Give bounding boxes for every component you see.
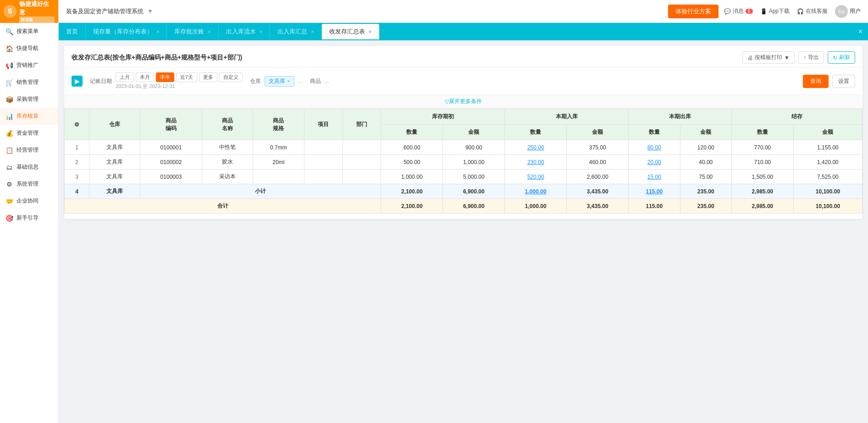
footer-closing-qty: 2,985.00 — [731, 199, 793, 214]
inventory-icon: 📊 — [6, 113, 13, 120]
row-opening-qty: 1,000.00 — [381, 170, 443, 184]
system-title: 装备及固定资产辅助管理系统 — [66, 7, 144, 16]
logo-icon: 6 — [4, 5, 17, 18]
date-btn-custom[interactable]: 自定义 — [219, 72, 243, 82]
marketing-icon: 📢 — [6, 62, 13, 69]
tab-bar-close-btn[interactable]: × — [853, 24, 868, 39]
row-project — [304, 155, 343, 170]
row-out-qty[interactable]: 20.00 — [629, 155, 680, 170]
experience-btn[interactable]: 体验行业方案 — [668, 5, 719, 18]
tab-close-inout-summary[interactable]: × — [311, 29, 314, 34]
th-settings[interactable]: ⚙ — [65, 109, 89, 140]
tab-stock-dist[interactable]: 现存量（库存分布表） × — [86, 24, 167, 39]
footer-opening-amt: 6,900.00 — [443, 199, 505, 214]
row-opening-qty: 600.00 — [381, 140, 443, 155]
row-out-qty[interactable]: 15.00 — [629, 170, 680, 184]
warehouse-tag-remove[interactable]: × — [287, 78, 290, 84]
goods-filter-label: 商品 — [310, 77, 321, 85]
sidebar-item-quick-nav[interactable]: 🏠 快捷导航 — [0, 40, 58, 57]
warehouse-more[interactable]: ... — [298, 78, 303, 84]
sidebar-logo: 6 畅捷通好生意 标准版 — [0, 0, 58, 23]
subtotal-warehouse: 文具库 — [89, 184, 140, 199]
sidebar-item-cooperation[interactable]: 🤝 企业协同 — [0, 192, 58, 209]
th-goods-name: 商品名称 — [202, 109, 253, 140]
expand-more-row[interactable]: ▽ 展开更多条件 — [64, 94, 862, 109]
th-dept: 部门 — [343, 109, 381, 140]
message-action[interactable]: 💬 消息 6 — [724, 7, 753, 15]
subtotal-opening-amt: 6,900.00 — [443, 184, 505, 199]
warehouse-filter-group: 仓库 文具库 × ... — [250, 76, 302, 87]
row-num: 1 — [65, 140, 89, 155]
main-card: 收发存汇总表(按仓库+商品编码+商品+规格型号+项目+部门) 🖨 按模板打印 ▼… — [64, 46, 862, 219]
tab-close-recv-send[interactable]: × — [369, 29, 371, 34]
sidebar-item-finance[interactable]: 💰 资金管理 — [0, 125, 58, 142]
home-icon: 🏠 — [6, 45, 13, 52]
row-in-qty[interactable]: 250.00 — [505, 140, 567, 155]
sidebar-item-marketing[interactable]: 📢 营销推广 — [0, 57, 58, 74]
sidebar-item-inventory[interactable]: 📊 库存核算 — [0, 108, 58, 125]
page-content: 收发存汇总表(按仓库+商品编码+商品+规格型号+项目+部门) 🖨 按模板打印 ▼… — [59, 40, 868, 423]
export-btn[interactable]: ↑ 导出 — [798, 51, 824, 64]
sidebar-item-system[interactable]: ⚙ 系统管理 — [0, 176, 58, 192]
row-warehouse: 文具库 — [89, 140, 140, 155]
tab-inout-summary[interactable]: 出入库汇总 × — [270, 24, 321, 39]
th-in-amt: 金额 — [567, 125, 629, 140]
warehouse-tag[interactable]: 文具库 × — [265, 76, 294, 87]
row-num: 2 — [65, 155, 89, 170]
refresh-btn[interactable]: ↻ 刷新 — [828, 51, 855, 64]
tab-close-stock-dist[interactable]: × — [156, 29, 159, 34]
row-dept — [343, 155, 381, 170]
tab-batch[interactable]: 库存批次账 × — [167, 24, 218, 39]
th-opening-amt: 金额 — [443, 125, 505, 140]
printer-icon: 🖨 — [747, 55, 753, 61]
row-in-amt: 460.00 — [567, 155, 629, 170]
footer-in-amt: 3,435.00 — [567, 199, 629, 214]
footer-label: 合计 — [65, 199, 381, 214]
query-btn[interactable]: 查询 — [803, 75, 829, 88]
page-header-actions: 🖨 按模板打印 ▼ ↑ 导出 ↻ 刷新 — [742, 51, 855, 64]
subtotal-in-qty[interactable]: 1,000.00 — [505, 184, 567, 199]
row-out-qty[interactable]: 80.00 — [629, 140, 680, 155]
row-in-qty[interactable]: 520.00 — [505, 170, 567, 184]
filter-settings-btn[interactable]: 设置 — [832, 75, 855, 88]
date-btn-this-month[interactable]: 本月 — [136, 72, 154, 82]
filter-expand-btn[interactable]: ▶ — [72, 76, 83, 87]
th-goods-code: 商品编码 — [140, 109, 202, 140]
subtotal-closing-amt: 10,100.00 — [793, 184, 862, 199]
tab-recv-send[interactable]: 收发存汇总表 × — [322, 24, 379, 39]
date-btn-7days[interactable]: 近7天 — [176, 72, 197, 82]
subtotal-out-qty[interactable]: 115.00 — [629, 184, 680, 199]
topbar: 装备及固定资产辅助管理系统 ▼ 体验行业方案 💬 消息 6 📱 App下载 🎧 … — [59, 0, 868, 23]
user-area[interactable]: Ea 用户 — [835, 5, 861, 18]
tab-close-batch[interactable]: × — [208, 29, 210, 34]
date-btn-group: 上月 本月 本年 近7天 更多 自定义 — [116, 72, 243, 82]
sidebar-item-sales[interactable]: 🛒 销售管理 — [0, 74, 58, 91]
print-btn[interactable]: 🖨 按模板打印 ▼ — [742, 51, 795, 64]
th-group-in: 本期入库 — [505, 109, 629, 125]
goods-filter-group: 商品 ... — [310, 77, 329, 85]
online-service-action[interactable]: 🎧 在线客服 — [797, 7, 828, 15]
sidebar-item-basic-info[interactable]: 🗂 基础信息 — [0, 159, 58, 176]
th-group-closing: 结存 — [731, 109, 862, 125]
footer-closing-amt: 10,100.00 — [793, 199, 862, 214]
tab-inout-flow[interactable]: 出入库流水 × — [219, 24, 270, 39]
sidebar-item-search[interactable]: 🔍 搜索菜单 — [0, 23, 58, 40]
row-closing-amt: 1,420.00 — [793, 155, 862, 170]
goods-more[interactable]: ... — [325, 78, 329, 84]
th-warehouse: 仓库 — [89, 109, 140, 140]
sidebar-item-purchase[interactable]: 📦 采购管理 — [0, 91, 58, 108]
app-download-action[interactable]: 📱 App下载 — [760, 7, 790, 15]
date-btn-this-year[interactable]: 本年 — [156, 72, 174, 82]
sidebar-item-guide[interactable]: 🎯 新手引导 — [0, 209, 58, 226]
row-closing-qty: 710.00 — [731, 155, 793, 170]
date-btn-last-month[interactable]: 上月 — [116, 72, 134, 82]
tab-home[interactable]: 首页 — [59, 24, 86, 39]
message-badge: 6 — [746, 9, 753, 14]
date-btn-more[interactable]: 更多 — [199, 72, 217, 82]
row-dept — [343, 170, 381, 184]
footer-out-amt: 235.00 — [680, 199, 731, 214]
row-dept — [343, 140, 381, 155]
row-in-qty[interactable]: 230.00 — [505, 155, 567, 170]
tab-close-inout-flow[interactable]: × — [260, 29, 262, 34]
sidebar-item-operations[interactable]: 📋 经营管理 — [0, 142, 58, 159]
